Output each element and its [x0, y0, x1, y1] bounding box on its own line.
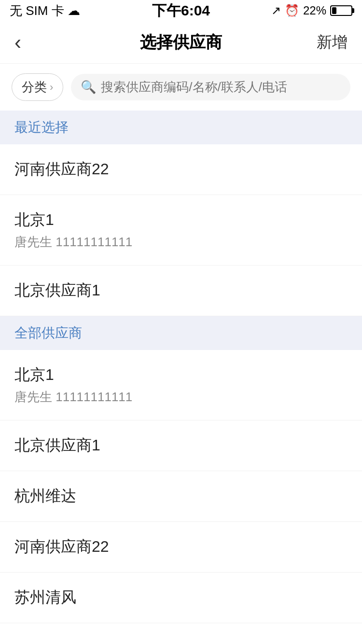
- item-name: 北京供应商1: [14, 435, 348, 456]
- list-item[interactable]: 北京1唐先生 11111111111: [0, 350, 362, 420]
- filter-bar: 分类 › 🔍: [0, 64, 362, 111]
- back-button[interactable]: ‹: [10, 26, 26, 59]
- item-sub: 唐先生 11111111111: [14, 234, 348, 251]
- all-section-header: 全部供应商: [0, 316, 362, 350]
- search-box: 🔍: [71, 74, 350, 100]
- search-input[interactable]: [101, 80, 341, 95]
- item-name: 苏州清风: [14, 587, 348, 608]
- item-sub: 唐先生 11111111111: [14, 389, 348, 406]
- list-item[interactable]: 苏州清风: [0, 573, 362, 623]
- status-time: 下午6:04: [152, 1, 210, 21]
- list-item[interactable]: 北京供应商1: [0, 420, 362, 471]
- list-item[interactable]: 北京供应商1: [0, 266, 362, 316]
- item-name: 河南供应商22: [14, 159, 348, 180]
- search-icon: 🔍: [81, 80, 96, 95]
- item-name: 北京1: [14, 210, 348, 231]
- item-name: 北京供应商1: [14, 280, 348, 301]
- all-section-label: 全部供应商: [14, 325, 82, 340]
- list-item[interactable]: 杭州维达: [0, 471, 362, 522]
- page-title: 选择供应商: [140, 31, 222, 54]
- status-bar: 无 SIM 卡 ☁ 下午6:04 ↗ ⏰ 22%: [0, 0, 362, 21]
- status-indicators: ↗ ⏰ 22%: [271, 4, 352, 17]
- item-name: 杭州维达: [14, 486, 348, 507]
- status-network: 无 SIM 卡 ☁: [10, 2, 80, 19]
- recent-items-list: 河南供应商22北京1唐先生 11111111111北京供应商1: [0, 144, 362, 316]
- all-items-list: 北京1唐先生 11111111111北京供应商1杭州维达河南供应商22苏州清风: [0, 350, 362, 623]
- list-item[interactable]: 河南供应商22: [0, 144, 362, 195]
- alarm-icon: ⏰: [285, 4, 299, 17]
- category-filter-button[interactable]: 分类 ›: [12, 73, 63, 101]
- list-item[interactable]: 北京1唐先生 11111111111: [0, 195, 362, 266]
- list-item[interactable]: 河南供应商22: [0, 522, 362, 573]
- recent-section-label: 最近选择: [14, 120, 69, 135]
- item-name: 北京1: [14, 364, 348, 386]
- item-name: 河南供应商22: [14, 536, 348, 558]
- battery-icon: [330, 5, 352, 16]
- category-label: 分类: [22, 79, 47, 96]
- battery-percent: 22%: [303, 4, 326, 17]
- recent-section-header: 最近选择: [0, 111, 362, 144]
- chevron-right-icon: ›: [50, 81, 53, 94]
- location-icon: ↗: [271, 4, 281, 17]
- add-button[interactable]: 新增: [317, 32, 348, 53]
- nav-bar: ‹ 选择供应商 新增: [0, 21, 362, 64]
